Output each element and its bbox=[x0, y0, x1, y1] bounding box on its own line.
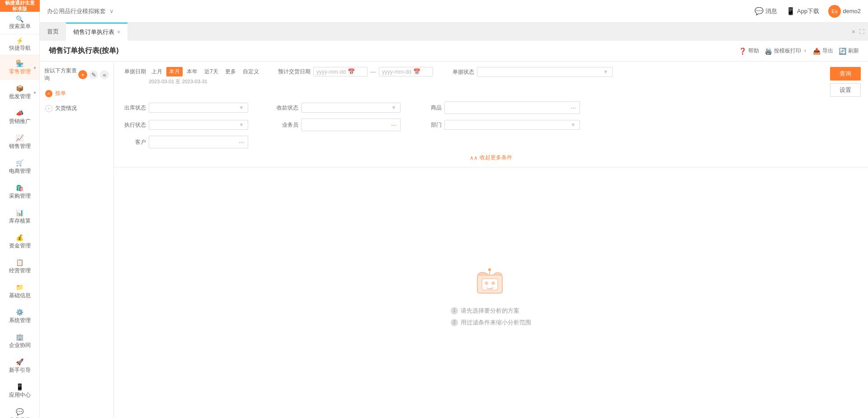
hint-num-2: 2 bbox=[451, 319, 458, 326]
sidebar-item-ecommerce[interactable]: 🛒 电商管理 bbox=[0, 155, 39, 180]
sidebar-item-wechat[interactable]: 💬 企业微信 bbox=[0, 404, 39, 418]
exec-status-select[interactable]: ▼ bbox=[149, 120, 248, 130]
date-btn-custom[interactable]: 自定义 bbox=[240, 67, 262, 76]
sidebar-item-onboarding[interactable]: 🚀 新手引导 bbox=[0, 354, 39, 379]
date-btn-this-month[interactable]: 本月 bbox=[166, 67, 183, 76]
product-dots-icon: ··· bbox=[571, 104, 576, 111]
sidebar-quick-nav[interactable]: ⚡ 快捷导航 bbox=[0, 34, 39, 55]
help-icon: ❓ bbox=[739, 48, 746, 55]
collapse-btn[interactable]: ∧∧ 收起更多条件 bbox=[470, 154, 512, 162]
customer-input[interactable]: ··· bbox=[149, 136, 248, 148]
expected-date-label: 预计交货日期 bbox=[278, 68, 311, 76]
sidebar-item-inventory[interactable]: 📊 库存核算 bbox=[0, 204, 39, 229]
topbar: 办公用品行业模拟账套 ∨ 💬 消息 📱 App下载 Ea demo2 bbox=[40, 0, 868, 23]
help-btn[interactable]: ❓ 帮助 bbox=[739, 47, 759, 55]
product-label: 商品 bbox=[426, 104, 442, 112]
settings-btn[interactable]: 设置 bbox=[830, 83, 861, 97]
delivery-status-select[interactable]: ▼ bbox=[149, 103, 248, 113]
print-icon: 🖨️ bbox=[764, 48, 772, 55]
date-dash: — bbox=[370, 68, 376, 75]
filter-panel-header: 按以下方案查询 + ✎ « bbox=[40, 67, 113, 86]
user-menu[interactable]: Ea demo2 bbox=[828, 5, 861, 18]
date-btn-more[interactable]: 更多 bbox=[222, 67, 239, 76]
message-btn[interactable]: 💬 消息 bbox=[755, 7, 777, 15]
sidebar-item-sales[interactable]: 📈 销售管理 bbox=[0, 130, 39, 155]
empty-text-list: 1 请先选择要分析的方案 2 用过滤条件来缩小分析范围 bbox=[451, 305, 531, 328]
filter-item-icon-order: ✓ bbox=[45, 90, 52, 97]
exec-status-label: 执行状态 bbox=[121, 121, 146, 129]
tab-home[interactable]: 首页 bbox=[40, 23, 66, 41]
filter-item-icon-arrears: ○ bbox=[45, 105, 52, 112]
empty-state: 1 请先选择要分析的方案 2 用过滤条件来缩小分析范围 bbox=[114, 167, 868, 418]
collection-status-arrow-icon: ▼ bbox=[391, 104, 396, 111]
app-logo-text: 畅捷通好生意 标准版 bbox=[5, 0, 35, 12]
svg-rect-1 bbox=[482, 279, 498, 290]
collapse-chevron-icon: ∧∧ bbox=[470, 155, 478, 161]
sidebar-item-retail[interactable]: 🏪 零售管理 bbox=[0, 55, 39, 80]
export-btn[interactable]: 📤 导出 bbox=[813, 47, 833, 55]
product-input[interactable]: ··· bbox=[444, 101, 580, 114]
sidebar-item-purchase[interactable]: 🛍️ 采购管理 bbox=[0, 180, 39, 204]
topbar-right: 💬 消息 📱 App下载 Ea demo2 bbox=[755, 5, 861, 18]
sidebar-search[interactable]: 🔍 搜索菜单 bbox=[0, 12, 39, 34]
sidebar-item-marketing[interactable]: 📣 营销推广 bbox=[0, 105, 39, 130]
app-download-btn[interactable]: 📱 App下载 bbox=[786, 7, 819, 15]
svg-point-5 bbox=[488, 268, 491, 271]
message-icon: 💬 bbox=[755, 7, 764, 15]
date-range-text: 2023-03-01 至 2023-03-31 bbox=[149, 78, 208, 85]
expected-date-start[interactable]: yyyy-mm-dd 📅 bbox=[313, 67, 368, 76]
print-arrow-icon: ▼ bbox=[803, 48, 807, 53]
status-select[interactable]: ▼ bbox=[477, 67, 613, 77]
sidebar-item-wholesale[interactable]: 📦 批发管理 bbox=[0, 80, 39, 105]
collection-status-select[interactable]: ▼ bbox=[301, 103, 401, 113]
refresh-icon: 🔄 bbox=[839, 48, 846, 55]
sidebar-item-apps[interactable]: 📱 应用中心 bbox=[0, 379, 39, 404]
date-btn-7days[interactable]: 近7天 bbox=[202, 67, 221, 76]
print-btn[interactable]: 🖨️ 按模板打印 ▼ bbox=[764, 47, 807, 55]
empty-illustration bbox=[468, 257, 514, 298]
dept-arrow-icon: ▼ bbox=[571, 122, 576, 128]
expected-date-end[interactable]: yyyy-mm-dd 📅 bbox=[379, 67, 433, 76]
window-close-btn[interactable]: × bbox=[852, 28, 855, 35]
user-avatar: Ea bbox=[828, 5, 841, 18]
search-area: 单据日期 上月 本月 本年 近7天 更多 自定义 bbox=[114, 62, 868, 167]
sidebar-item-enterprise[interactable]: 🏢 企业协同 bbox=[0, 329, 39, 354]
app-download-icon: 📱 bbox=[786, 7, 795, 15]
filter-edit-btn[interactable]: ✎ bbox=[89, 70, 98, 79]
breadcrumb-arrow[interactable]: ∨ bbox=[109, 8, 114, 14]
window-max-btn[interactable]: ⛶ bbox=[859, 28, 864, 35]
sidebar-item-operations[interactable]: 📋 经营管理 bbox=[0, 254, 39, 279]
empty-hint-2: 2 用过滤条件来缩小分析范围 bbox=[451, 317, 531, 328]
breadcrumb: 办公用品行业模拟账套 bbox=[47, 7, 106, 15]
tab-window-controls: × ⛶ bbox=[852, 28, 868, 35]
calendar-start-icon: 📅 bbox=[348, 68, 355, 75]
page-header-actions: ❓ 帮助 🖨️ 按模板打印 ▼ 📤 导出 🔄 刷新 bbox=[739, 47, 859, 60]
filter-panel: 按以下方案查询 + ✎ « ✓ bbox=[40, 62, 114, 418]
date-btn-this-year[interactable]: 本年 bbox=[184, 67, 200, 76]
main-right: 单据日期 上月 本月 本年 近7天 更多 自定义 bbox=[114, 62, 868, 418]
sidebar-item-system[interactable]: ⚙️ 系统管理 bbox=[0, 304, 39, 329]
filter-add-btn[interactable]: + bbox=[78, 70, 87, 79]
customer-dots-icon: ··· bbox=[239, 138, 244, 146]
tab-close-btn[interactable]: × bbox=[117, 29, 120, 35]
dept-label: 部门 bbox=[426, 121, 442, 129]
exec-status-arrow-icon: ▼ bbox=[239, 122, 244, 128]
filter-item-arrears[interactable]: ○ 欠货情况 bbox=[40, 101, 113, 116]
sidebar-item-finance[interactable]: 💰 资金管理 bbox=[0, 229, 39, 254]
calendar-end-icon: 📅 bbox=[413, 68, 420, 75]
salesperson-input[interactable]: ··· bbox=[301, 119, 401, 131]
tab-sales-order[interactable]: 销售订单执行表 × bbox=[66, 23, 127, 41]
date-btn-last-month[interactable]: 上月 bbox=[149, 67, 165, 76]
hint-num-1: 1 bbox=[451, 307, 458, 314]
app-logo: 畅捷通好生意 标准版 bbox=[0, 0, 40, 12]
delivery-status-label: 出库状态 bbox=[121, 104, 146, 112]
dept-select[interactable]: ▼ bbox=[444, 120, 580, 130]
customer-label: 客户 bbox=[121, 138, 146, 146]
sidebar-item-basic-info[interactable]: 📁 基础信息 bbox=[0, 279, 39, 304]
query-btn[interactable]: 查询 bbox=[830, 67, 861, 81]
filter-collapse-btn[interactable]: « bbox=[100, 70, 109, 79]
filter-item-by-order[interactable]: ✓ 按单 bbox=[40, 86, 113, 101]
page-content: 销售订单执行表(按单) ❓ 帮助 🖨️ 按模板打印 ▼ 📤 导出 🔄 刷新 bbox=[40, 41, 868, 418]
status-label: 单据状态 bbox=[449, 68, 474, 76]
refresh-btn[interactable]: 🔄 刷新 bbox=[839, 47, 859, 55]
